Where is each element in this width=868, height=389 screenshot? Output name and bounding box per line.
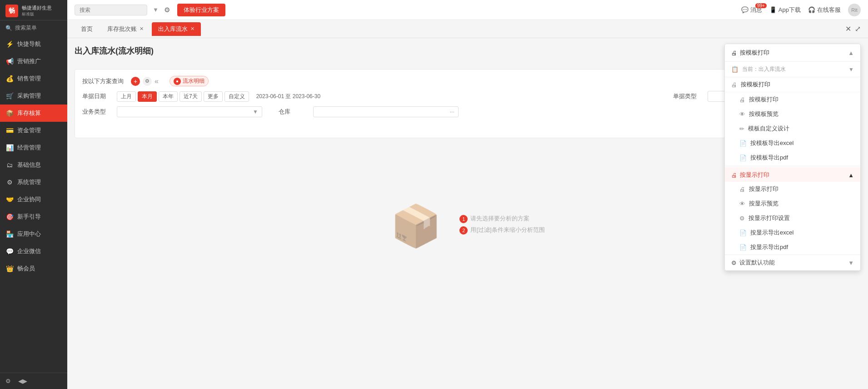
industry-btn[interactable]: 体验行业方案 <box>177 4 225 16</box>
dp-current-icon: 📋 <box>731 66 738 73</box>
dp-display-settings-item[interactable]: ⚙ 按显示打印设置 <box>725 211 860 225</box>
dp-display-pdf-item[interactable]: 📄 按显示导出pdf <box>725 240 860 254</box>
dp-display-preview-item[interactable]: 👁 按显示预览 <box>725 196 860 211</box>
date-btn-custom[interactable]: 自定义 <box>224 91 249 102</box>
sidebar-collapse-icon[interactable]: ◀▶ <box>18 378 27 384</box>
biz-type-label: 业务类型 <box>82 108 110 116</box>
filter-collapse-left[interactable]: « <box>155 77 159 85</box>
sidebar-bottom: ⚙ ◀▶ <box>0 373 67 389</box>
wechat-icon: 💬 <box>5 247 14 255</box>
date-btn-last-month[interactable]: 上月 <box>117 91 136 102</box>
dp-template-print-item[interactable]: 🖨 按模板打印 <box>725 92 860 107</box>
date-btn-current-year[interactable]: 本年 <box>159 91 178 102</box>
logo-text: 畅捷通好生意 标准版 <box>22 5 52 17</box>
dp-footer[interactable]: ⚙ 设置默认功能 ▼ <box>725 254 860 270</box>
biz-type-select[interactable]: ▼ <box>117 106 262 117</box>
dp-display-header[interactable]: 🖨 按显示打印 ▲ <box>725 167 860 182</box>
dp-template-header: 🖨 按模板打印 <box>725 77 860 92</box>
dp-current-arrow[interactable]: ▼ <box>848 66 854 73</box>
sidebar-logo: 畅 畅捷通好生意 标准版 <box>0 0 67 20</box>
dp-display-print-item[interactable]: 🖨 按显示打印 <box>725 182 860 196</box>
date-label: 单据日期 <box>82 92 110 100</box>
date-btn-current-month[interactable]: 本月 <box>138 91 157 102</box>
sidebar-item-finance[interactable]: 💳 资金管理 <box>0 122 67 139</box>
tab-inout-flow-close[interactable]: ✕ <box>190 26 195 32</box>
tab-close-all[interactable]: ✕ <box>845 25 851 33</box>
empty-hint: 1 请先选择要分析的方案 2 用[过滤]条件来缩小分析范围 <box>459 214 544 237</box>
guide-icon: 🎯 <box>5 213 14 221</box>
sidebar-nav: ⚡ 快捷导航 📢 营销推广 💰 销售管理 🛒 采购管理 📦 库存核算 💳 资金管… <box>0 35 67 373</box>
sales-icon: 💰 <box>5 75 14 83</box>
date-quick-btns: 上月 本月 本年 近7天 更多 自定义 <box>117 91 249 102</box>
filter-add-btn[interactable]: + <box>131 77 140 86</box>
dp-item-print-icon: 🖨 <box>739 96 745 103</box>
sidebar-item-guide[interactable]: 🎯 新手引导 <box>0 208 67 225</box>
marketing-icon: 📢 <box>5 57 14 65</box>
dp-template-pdf-item[interactable]: 📄 按模板导出pdf <box>725 150 860 165</box>
topbar-right: 💬 消息 99+ 📱 App下载 🎧 在线客服 Rit <box>741 4 861 16</box>
sidebar-item-inventory[interactable]: 📦 库存核算 <box>0 105 67 122</box>
topbar-gear-icon[interactable]: ⚙ <box>164 6 170 14</box>
operations-icon: 📊 <box>5 144 14 152</box>
date-filter: 上月 本月 本年 近7天 更多 自定义 2023-06-01 至 2023-06… <box>117 91 657 102</box>
dp-display-settings-icon: ⚙ <box>739 215 745 222</box>
vip-icon: 👑 <box>5 264 14 273</box>
biz-type-arrow: ▼ <box>253 109 258 115</box>
dp-display-icon: 🖨 <box>731 172 737 179</box>
dp-template-custom-item[interactable]: ✏ 模板自定义设计 <box>725 121 860 136</box>
sidebar-item-basics[interactable]: 🗂 基础信息 <box>0 156 67 174</box>
download-icon: 📱 <box>769 6 777 13</box>
dp-close-arrow[interactable]: ▲ <box>848 50 854 56</box>
sidebar-item-cooperation[interactable]: 🤝 企业协同 <box>0 191 67 208</box>
dp-print-icon: 🖨 <box>731 50 737 56</box>
tab-home[interactable]: 首页 <box>75 22 99 36</box>
dp-scrollable: 🖨 按模板打印 🖨 按模板打印 👁 按模板预览 ✏ 模板自定义设计 📄 <box>725 77 860 254</box>
message-icon: 💬 <box>741 6 748 13</box>
dp-template-excel-item[interactable]: 📄 按模板导出excel <box>725 136 860 150</box>
main-area: ▼ ⚙ 体验行业方案 💬 消息 99+ 📱 App下载 🎧 在线客服 Rit 首… <box>67 0 868 389</box>
dp-display-collapse[interactable]: ▲ <box>848 172 854 179</box>
date-range: 2023-06-01 至 2023-06-30 <box>256 93 320 100</box>
tab-batch-account-close[interactable]: ✕ <box>140 26 144 32</box>
sidebar-item-marketing[interactable]: 📢 营销推广 <box>0 53 67 70</box>
tabbar: 首页 库存批次账 ✕ 出入库流水 ✕ ✕ ⤢ <box>67 20 868 38</box>
dp-display-excel-item[interactable]: 📄 按显示导出excel <box>725 225 860 240</box>
dp-footer-arrow: ▼ <box>848 259 854 266</box>
filter-settings-btn[interactable]: ⚙ <box>143 77 152 86</box>
date-btn-more[interactable]: 更多 <box>204 91 223 102</box>
sidebar-item-system[interactable]: ⚙ 系统管理 <box>0 174 67 191</box>
dp-item-excel-icon: 📄 <box>739 140 747 147</box>
hint-item-1: 1 请先选择要分析的方案 <box>459 214 544 223</box>
online-service-btn[interactable]: 🎧 在线客服 <box>808 6 841 14</box>
finance-icon: 💳 <box>5 126 14 135</box>
warehouse-label: 仓库 <box>279 108 306 116</box>
hint-item-2: 2 用[过滤]条件来缩小分析范围 <box>459 226 544 234</box>
sidebar-item-sales[interactable]: 💰 销售管理 <box>0 70 67 87</box>
tab-maximize[interactable]: ⤢ <box>855 25 861 33</box>
sidebar-item-apps[interactable]: 🏪 应用中心 <box>0 225 67 243</box>
dp-item-custom-icon: ✏ <box>739 125 744 132</box>
dp-current-row: 📋 当前：出入库流水 ▼ <box>725 62 860 77</box>
warehouse-select[interactable]: ··· <box>313 106 459 117</box>
empty-illustration: 📦 <box>390 202 441 250</box>
user-avatar[interactable]: Rit <box>848 4 861 16</box>
sidebar-item-vip[interactable]: 👑 畅会员 <box>0 260 67 277</box>
sidebar-item-quick-nav[interactable]: ⚡ 快捷导航 <box>0 35 67 53</box>
sidebar-search[interactable]: 🔍 搜索菜单 <box>0 20 67 35</box>
tab-batch-account[interactable]: 库存批次账 ✕ <box>101 22 150 36</box>
message-btn[interactable]: 💬 消息 99+ <box>741 6 762 14</box>
tab-inout-flow[interactable]: 出入库流水 ✕ <box>152 22 201 36</box>
sidebar-item-operations[interactable]: 📊 经营管理 <box>0 139 67 156</box>
sidebar-item-wechat[interactable]: 💬 企业微信 <box>0 243 67 260</box>
dp-display-preview-icon: 👁 <box>739 200 745 207</box>
sidebar-item-purchase[interactable]: 🛒 采购管理 <box>0 87 67 105</box>
topbar-search-input[interactable] <box>75 5 147 15</box>
app-download-btn[interactable]: 📱 App下载 <box>769 6 801 14</box>
topbar-search-arrow[interactable]: ▼ <box>153 6 159 13</box>
page-title: 出入库流水(流水明细) <box>75 45 154 56</box>
basics-icon: 🗂 <box>5 161 14 169</box>
sidebar-settings-icon[interactable]: ⚙ <box>5 378 11 384</box>
warehouse-arrow: ··· <box>450 109 454 115</box>
date-btn-last-7days[interactable]: 近7天 <box>180 91 202 102</box>
dp-template-preview-item[interactable]: 👁 按模板预览 <box>725 107 860 121</box>
